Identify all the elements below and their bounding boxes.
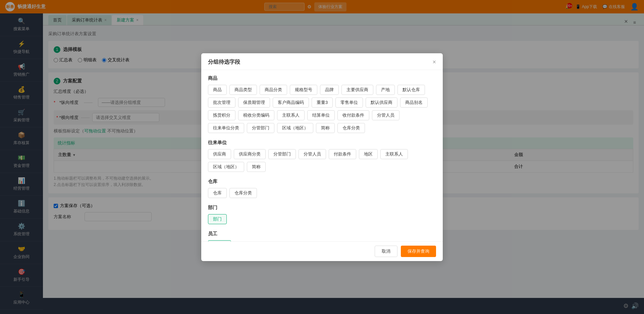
field-tags-product: 商品 商品类型 商品分类 规格型号 品牌 主要供应商 产地 默认仓库 批次管理 …: [208, 85, 436, 133]
field-tag-product[interactable]: 商品: [208, 85, 227, 95]
modal-body[interactable]: 商品 商品 商品类型 商品分类 规格型号 品牌 主要供应商 产地 默认仓库 批次…: [201, 70, 443, 241]
field-tag-supplier[interactable]: 供应商: [208, 149, 231, 159]
field-tag-brand[interactable]: 品牌: [320, 85, 339, 95]
field-group-title-department: 部门: [208, 205, 436, 211]
field-tag-main-contact[interactable]: 主联系人: [277, 110, 305, 120]
field-group-staff: 员工 业务员: [208, 231, 436, 241]
field-tag-manager[interactable]: 分管人员: [372, 110, 399, 120]
field-tag-mgmt-dept[interactable]: 分管部门: [268, 149, 296, 159]
field-tag-payment-cond[interactable]: 付款条件: [329, 149, 356, 159]
field-tag-counterpart-category[interactable]: 往来单位分类: [208, 123, 244, 133]
field-tag-supplier-category[interactable]: 供应商分类: [234, 149, 266, 159]
field-tag-area[interactable]: 地区: [359, 149, 378, 159]
cancel-button[interactable]: 取消: [375, 246, 397, 257]
field-tag-weight[interactable]: 重量3: [312, 98, 333, 108]
field-tag-tax-code[interactable]: 税收分类编码: [238, 110, 274, 120]
field-tag-short-name[interactable]: 简称: [316, 123, 335, 133]
modal-overlay: 分组待选字段 × 商品 商品 商品类型 商品分类 规格型号 品牌 主要供应商 产…: [0, 0, 644, 314]
field-tag-short-name2[interactable]: 简称: [247, 162, 266, 172]
field-tag-default-warehouse[interactable]: 默认仓库: [397, 85, 425, 95]
field-tag-default-supplier[interactable]: 默认供应商: [366, 98, 397, 108]
field-tag-payment-terms[interactable]: 收付款条件: [337, 110, 369, 120]
modal-close-btn[interactable]: ×: [432, 59, 436, 65]
field-group-counterpart: 往来单位 供应商 供应商分类 分管部门 分管人员 付款条件 地区 主联系人 区域…: [208, 140, 436, 172]
save-query-button[interactable]: 保存并查询: [401, 246, 436, 257]
field-group-warehouse: 仓库 仓库 仓库分类: [208, 179, 436, 198]
modal-title: 分组待选字段: [208, 59, 240, 66]
field-group-title-product: 商品: [208, 75, 436, 81]
field-tag-retail-unit[interactable]: 零售单位: [335, 98, 363, 108]
field-tags-warehouse: 仓库 仓库分类: [208, 188, 436, 198]
field-tags-department: 部门: [208, 214, 436, 224]
field-tag-department[interactable]: 部门: [208, 214, 227, 224]
field-tag-settlement-unit[interactable]: 结算单位: [307, 110, 335, 120]
field-tag-mgmt-person[interactable]: 分管人员: [299, 149, 326, 159]
field-tag-main-supplier[interactable]: 主要供应商: [341, 85, 373, 95]
modal-footer: 取消 保存并查询: [201, 241, 443, 261]
modal-header: 分组待选字段 ×: [201, 53, 443, 70]
field-tag-warehouse-category[interactable]: 仓库分类: [337, 123, 365, 133]
field-tag-region-product[interactable]: 区域（地区）: [277, 123, 313, 133]
field-tag-pick-score[interactable]: 拣货积分: [208, 110, 235, 120]
field-tag-dept[interactable]: 分管部门: [247, 123, 274, 133]
field-group-title-counterpart: 往来单位: [208, 140, 436, 146]
field-tag-product-alias[interactable]: 商品别名: [400, 98, 428, 108]
field-tag-expiry-mgmt[interactable]: 保质期管理: [238, 98, 270, 108]
field-tag-batch-mgmt[interactable]: 批次管理: [208, 98, 235, 108]
field-group-title-staff: 员工: [208, 231, 436, 237]
field-group-product: 商品 商品 商品类型 商品分类 规格型号 品牌 主要供应商 产地 默认仓库 批次…: [208, 75, 436, 133]
field-tag-product-type[interactable]: 商品类型: [229, 85, 257, 95]
field-tag-main-contact2[interactable]: 主联系人: [380, 149, 408, 159]
field-tag-customer-code[interactable]: 客户商品编码: [273, 98, 309, 108]
field-tag-warehouse-cat[interactable]: 仓库分类: [229, 188, 257, 198]
field-tag-product-category[interactable]: 商品分类: [260, 85, 287, 95]
field-tag-warehouse[interactable]: 仓库: [208, 188, 227, 198]
field-tag-origin[interactable]: 产地: [376, 85, 395, 95]
field-tag-region-counterpart[interactable]: 区域（地区）: [208, 162, 244, 172]
field-group-title-warehouse: 仓库: [208, 179, 436, 185]
field-select-modal: 分组待选字段 × 商品 商品 商品类型 商品分类 规格型号 品牌 主要供应商 产…: [201, 53, 443, 261]
field-group-department: 部门 部门: [208, 205, 436, 224]
field-tags-counterpart: 供应商 供应商分类 分管部门 分管人员 付款条件 地区 主联系人 区域（地区） …: [208, 149, 436, 172]
field-tag-spec-model[interactable]: 规格型号: [290, 85, 317, 95]
